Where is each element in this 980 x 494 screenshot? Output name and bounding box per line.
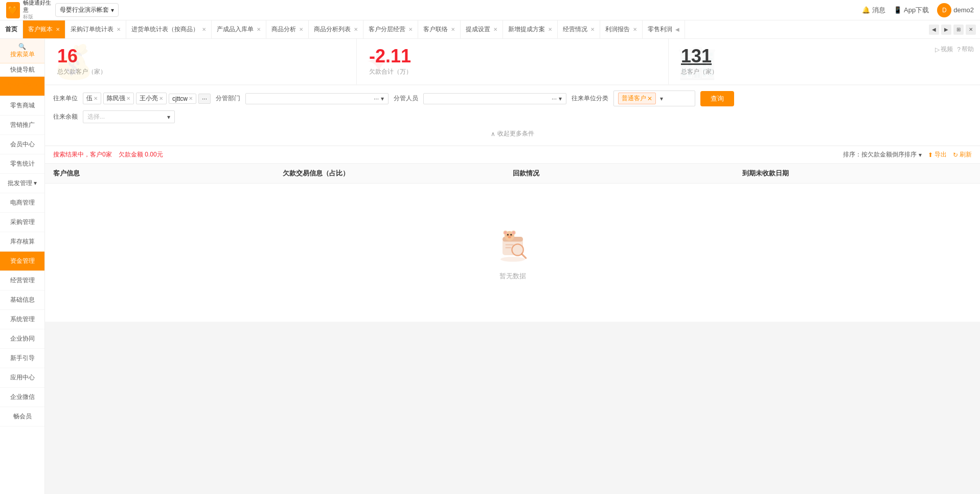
sidebar-item-label: 畅会员	[13, 413, 32, 420]
tab-customer-contact[interactable]: 客户联络 ✕	[418, 20, 461, 38]
close-icon[interactable]: ✕	[56, 27, 60, 32]
close-icon[interactable]: ✕	[548, 27, 552, 32]
sidebar-item-operation-mgmt[interactable]: 经营管理	[0, 271, 44, 290]
tab-retail-profit[interactable]: 零售利润 ◀	[643, 20, 685, 38]
tab-goods-stats[interactable]: 进货单统计表（按商品） ✕	[126, 20, 212, 38]
balance-select[interactable]: 选择... ▾	[83, 110, 175, 123]
category-select[interactable]: 普通客户 ✕ ▾	[613, 91, 695, 106]
sidebar-item-wechat[interactable]: 企业微信	[0, 388, 44, 407]
tab-label: 商品分析	[271, 25, 296, 34]
refresh-btn[interactable]: ↻ 刷新	[953, 150, 972, 159]
sidebar-item-marketing[interactable]: 营销推广	[0, 116, 44, 135]
tab-commission-settings[interactable]: 提成设置 ✕	[461, 20, 503, 38]
tab-label: 进货单统计表（按商品）	[131, 25, 199, 34]
sidebar-item-label: 新手引导	[10, 354, 35, 362]
tab-new-commission[interactable]: 新增提成方案 ✕	[503, 20, 558, 38]
tab-goods-analysis[interactable]: 商品分析 ✕	[266, 20, 309, 38]
close-icon[interactable]: ✕	[117, 27, 121, 32]
sort-select[interactable]: 排序：按欠款金额倒序排序 ▾	[843, 150, 922, 159]
tag-wang[interactable]: 王小亮 ✕	[136, 93, 167, 104]
sidebar-item-enterprise[interactable]: 企业协同	[0, 329, 44, 349]
tab-purchase-order[interactable]: 采购订单统计表 ✕	[65, 20, 126, 38]
sidebar-item-retail-stats[interactable]: 零售统计	[0, 154, 44, 174]
svg-rect-5	[505, 244, 513, 245]
tab-home[interactable]: 首页	[0, 20, 23, 38]
sidebar-item-wholesale[interactable]: 批发管理 ▾	[0, 174, 44, 193]
nav-next-btn[interactable]: ▶	[941, 25, 951, 35]
close-icon[interactable]: ✕	[299, 27, 303, 32]
account-selector[interactable]: 母婴行业演示帐套 ▾	[55, 3, 119, 17]
tag-wu[interactable]: 伍 ✕	[83, 93, 101, 104]
tab-label: 客户分层经营	[369, 25, 405, 34]
nav-close-all-btn[interactable]: ✕	[966, 25, 976, 35]
ellipsis-icon: ···	[552, 95, 557, 102]
video-btn[interactable]: ▷ 视频	[935, 45, 953, 54]
sidebar-item-member2[interactable]: 畅会员	[0, 407, 44, 426]
tag-more[interactable]: ···	[198, 94, 211, 104]
help-btn[interactable]: ? 帮助	[957, 45, 974, 54]
close-icon[interactable]: ✕	[493, 27, 497, 32]
query-button[interactable]: 查询	[700, 91, 734, 106]
refresh-icon: ↻	[953, 151, 958, 159]
export-btn[interactable]: ⬆ 导出	[928, 150, 947, 159]
sidebar-item-ecommerce[interactable]: 电商管理	[0, 193, 44, 213]
sidebar-item-basic-info[interactable]: 基础信息	[0, 290, 44, 310]
sidebar-item-inventory[interactable]: 库存核算	[0, 232, 44, 252]
main-layout: 🔍 搜索菜单 快捷导航 零售管理 ▾ 零售商城 营销推广 会员中心 零售统计 批…	[0, 39, 980, 494]
sidebar-quick-nav[interactable]: 快捷导航	[0, 63, 44, 77]
tab-operation[interactable]: 经营情况 ✕	[558, 20, 600, 38]
tag-cjttcw[interactable]: cjttcw ✕	[169, 94, 196, 104]
dept-select[interactable]: ··· ▾	[245, 93, 389, 104]
close-icon[interactable]: ✕	[94, 96, 98, 101]
sidebar-item-finance[interactable]: 资金管理	[0, 252, 44, 271]
close-icon[interactable]: ◀	[675, 27, 679, 32]
tab-customer-layering[interactable]: 客户分层经营 ✕	[363, 20, 418, 38]
sidebar-item-system[interactable]: 系统管理	[0, 310, 44, 329]
sidebar-item-beginner[interactable]: 新手引导	[0, 349, 44, 368]
bell-icon: 🔔	[862, 6, 870, 14]
close-icon[interactable]: ✕	[408, 27, 413, 32]
play-icon: ▷	[935, 46, 940, 53]
svg-line-4	[521, 254, 526, 258]
sidebar-item-label: 批发管理	[8, 179, 32, 187]
close-icon[interactable]: ✕	[126, 96, 130, 101]
sidebar-item-retail-mall[interactable]: 零售商城	[0, 96, 44, 116]
sidebar-item-retail[interactable]: 零售管理 ▾	[0, 77, 44, 96]
close-icon[interactable]: ✕	[633, 27, 637, 32]
tab-label: 提成设置	[466, 25, 490, 34]
sidebar-search[interactable]: 🔍 搜索菜单	[0, 39, 44, 63]
stat-card-customers: 💰 16 总欠款客户（家）	[45, 39, 357, 84]
category-tag-normal[interactable]: 普通客户 ✕	[618, 93, 656, 104]
messages-btn[interactable]: 🔔 消息	[862, 6, 885, 15]
tab-product-inbound[interactable]: 产成品入库单 ✕	[212, 20, 266, 38]
sidebar-item-member[interactable]: 会员中心	[0, 135, 44, 154]
tab-goods-analysis-list[interactable]: 商品分析列表 ✕	[309, 20, 363, 38]
sidebar-item-label: 经营管理	[10, 277, 35, 284]
user-menu[interactable]: D demo2	[937, 3, 974, 17]
close-icon[interactable]: ✕	[647, 95, 652, 102]
close-icon[interactable]: ✕	[189, 96, 193, 101]
tab-customer-ledger[interactable]: 客户账本 ✕	[23, 20, 65, 38]
close-icon[interactable]: ✕	[354, 27, 358, 32]
close-icon[interactable]: ✕	[590, 27, 595, 32]
tab-profit-report[interactable]: 利润报告 ✕	[600, 20, 643, 38]
sidebar-item-app-center[interactable]: 应用中心	[0, 368, 44, 388]
svg-point-11	[510, 234, 512, 235]
nav-tabs-actions: ◀ ▶ ⊞ ✕	[925, 25, 980, 35]
close-icon[interactable]: ✕	[159, 96, 163, 101]
close-icon[interactable]: ✕	[202, 27, 206, 32]
tag-chen[interactable]: 陈民强 ✕	[103, 93, 134, 104]
sidebar-item-purchase[interactable]: 采购管理	[0, 213, 44, 232]
nav-prev-btn[interactable]: ◀	[929, 25, 939, 35]
close-icon[interactable]: ✕	[257, 27, 261, 32]
collapse-btn[interactable]: ∧ 收起更多条件	[487, 127, 538, 140]
close-icon[interactable]: ✕	[451, 27, 455, 32]
table-header: 客户信息 欠款交易信息（占比） 回款情况 到期未收款日期	[45, 164, 980, 184]
person-select[interactable]: ··· ▾	[423, 93, 566, 104]
nav-expand-btn[interactable]: ⊞	[953, 25, 964, 35]
search-label: 搜索菜单	[4, 50, 40, 59]
app-download-btn[interactable]: 📱 App下载	[894, 6, 929, 15]
svg-point-10	[507, 234, 508, 235]
download-icon: 📱	[894, 6, 902, 14]
sidebar-item-label: 零售管理	[8, 82, 32, 89]
